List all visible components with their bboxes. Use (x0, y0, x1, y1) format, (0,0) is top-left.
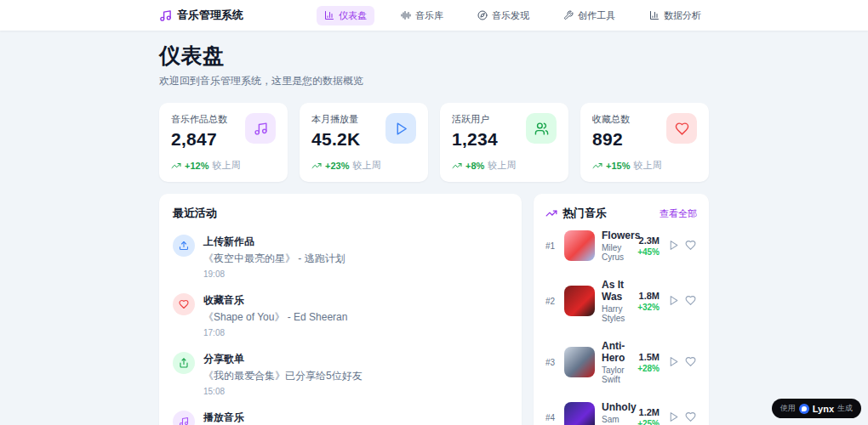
music-note-icon (159, 9, 172, 22)
lynx-generated-badge[interactable]: 使用 Lynx 生成 (772, 399, 861, 418)
nav-item-discover[interactable]: 音乐发现 (470, 6, 537, 26)
activity-time: 17:08 (203, 328, 347, 337)
activity-item-upload[interactable]: 上传新作品 《夜空中最亮的星》 - 逃跑计划 19:08 (173, 228, 508, 286)
heart-icon[interactable] (685, 356, 697, 368)
activity-item-share[interactable]: 分享歌单 《我的最爱合集》已分享给5位好友 15:08 (173, 345, 508, 404)
activity-detail: 《夜空中最亮的星》 - 逃跑计划 (203, 252, 345, 266)
heart-icon (666, 113, 697, 144)
stat-card-total-tracks: 音乐作品总数 2,847 +12% 较上周 (159, 103, 288, 182)
activity-detail: 《我的最爱合集》已分享给5位好友 (203, 369, 363, 383)
stat-change: +8% (465, 161, 484, 171)
stat-value: 2,847 (171, 129, 227, 150)
lynx-logo-icon (799, 404, 809, 414)
brand: 音乐管理系统 (159, 8, 243, 23)
upload-icon (173, 235, 195, 257)
stat-value: 892 (592, 129, 630, 150)
music-note-icon (245, 113, 276, 144)
activity-item-favorite[interactable]: 收藏音乐 《Shape of You》 - Ed Sheeran 17:08 (173, 286, 508, 345)
activity-action: 播放音乐 (203, 411, 358, 425)
badge-prefix: 使用 (780, 403, 796, 414)
song-artist: Miley Cyrus (602, 243, 631, 262)
stat-change: +15% (606, 161, 630, 171)
share-icon (173, 352, 195, 374)
activity-detail: 《Shape of You》 - Ed Sheeran (203, 310, 347, 325)
recent-activity-panel: 最近活动 上传新作品 《夜空中最亮的星》 - 逃跑计划 19:08 (159, 194, 522, 425)
nav-label: 数据分析 (664, 9, 701, 22)
activity-item-play[interactable]: 播放音乐 《Bohemian Rhapsody》 - Queen 13:08 (173, 404, 508, 425)
stat-value: 45.2K (311, 129, 361, 150)
main-nav: 仪表盘 音乐库 音乐发现 创作工具 数据分析 (317, 6, 709, 26)
play-icon[interactable] (668, 411, 680, 423)
nav-label: 仪表盘 (339, 9, 367, 22)
users-icon (526, 113, 557, 144)
heart-icon (173, 293, 195, 315)
page-subtitle: 欢迎回到音乐管理系统，这里是您的数据概览 (159, 74, 709, 88)
bar-chart-icon (324, 10, 334, 20)
song-title: Anti-Hero (602, 340, 631, 364)
song-change: +25% (637, 419, 660, 425)
activity-action: 分享歌单 (203, 352, 363, 366)
recent-activity-title: 最近活动 (173, 206, 508, 221)
heart-icon[interactable] (685, 411, 697, 423)
song-change: +32% (637, 303, 660, 312)
play-icon[interactable] (668, 356, 680, 368)
music-note-icon (173, 411, 195, 425)
stat-card-total-favorites: 收藏总数 892 +15% 较上周 (580, 103, 709, 182)
album-art (564, 402, 595, 425)
song-artist: Harry Styles (602, 304, 631, 323)
play-icon[interactable] (668, 295, 680, 307)
nav-item-dashboard[interactable]: 仪表盘 (317, 6, 374, 26)
song-title: As It Was (602, 279, 631, 303)
activity-time: 19:08 (203, 269, 345, 279)
nav-label: 音乐库 (415, 9, 443, 22)
stat-change: +12% (185, 161, 208, 171)
page-title: 仪表盘 (159, 42, 709, 70)
song-rank: #3 (545, 358, 557, 367)
heart-icon[interactable] (685, 240, 697, 252)
song-rank: #2 (545, 297, 557, 306)
song-title: Flowers (602, 230, 631, 241)
play-icon[interactable] (668, 240, 680, 252)
nav-item-create-tools[interactable]: 创作工具 (556, 6, 623, 26)
activity-time: 15:08 (203, 387, 363, 396)
nav-item-library[interactable]: 音乐库 (393, 6, 451, 26)
brand-name: 音乐管理系统 (177, 8, 243, 23)
album-art (564, 347, 595, 377)
song-change: +28% (637, 364, 660, 373)
heart-icon[interactable] (685, 295, 697, 307)
stat-label: 收藏总数 (592, 113, 630, 126)
stat-period: 较上周 (212, 159, 240, 172)
trending-up-icon (592, 161, 602, 171)
stat-label: 活跃用户 (452, 113, 498, 126)
activity-action: 上传新作品 (203, 235, 345, 249)
view-all-hot-music-link[interactable]: 查看全部 (660, 207, 697, 220)
song-row-unholy[interactable]: #4 Unholy Sam Smith 1.2M +25% (545, 393, 697, 425)
nav-label: 创作工具 (578, 9, 615, 22)
song-row-as-it-was[interactable]: #2 As It Was Harry Styles 1.8M +32% (545, 270, 697, 332)
top-navbar: 音乐管理系统 仪表盘 音乐库 音乐发现 创作工具 数据分析 (0, 0, 868, 31)
stat-cards: 音乐作品总数 2,847 +12% 较上周 本月播放量 45.2K (159, 103, 709, 182)
trending-up-icon (452, 161, 462, 171)
song-artist: Taylor Swift (602, 366, 631, 384)
song-row-anti-hero[interactable]: #3 Anti-Hero Taylor Swift 1.5M +28% (545, 332, 697, 393)
stat-label: 本月播放量 (311, 113, 361, 126)
stat-value: 1,234 (452, 129, 498, 150)
dashboard-main: 仪表盘 欢迎回到音乐管理系统，这里是您的数据概览 音乐作品总数 2,847 +1… (159, 31, 709, 425)
song-plays: 1.2M (637, 407, 660, 417)
badge-brand: Lynx (813, 404, 834, 414)
song-plays: 1.8M (637, 291, 660, 301)
compass-icon (477, 10, 488, 20)
song-plays: 2.3M (637, 235, 660, 246)
audio-waves-icon (401, 10, 411, 20)
stat-period: 较上周 (633, 159, 661, 172)
stat-period: 较上周 (352, 159, 380, 172)
nav-label: 音乐发现 (492, 9, 529, 22)
album-art (564, 286, 595, 316)
song-row-flowers[interactable]: #1 Flowers Miley Cyrus 2.3M +45% (545, 221, 697, 270)
bar-chart-icon (649, 10, 660, 20)
trending-up-icon (545, 207, 557, 219)
song-artist: Sam Smith (602, 415, 631, 425)
activity-action: 收藏音乐 (203, 293, 347, 308)
stat-card-active-users: 活跃用户 1,234 +8% 较上周 (440, 103, 568, 182)
nav-item-analytics[interactable]: 数据分析 (642, 6, 709, 26)
